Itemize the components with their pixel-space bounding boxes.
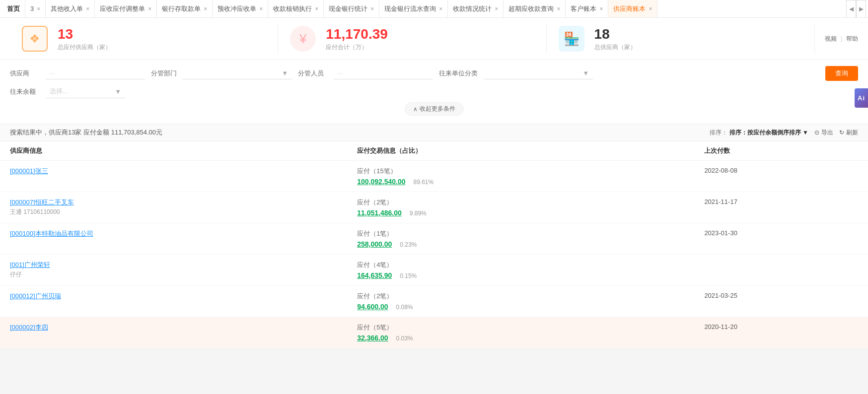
ai-badge[interactable]: Ai <box>855 88 868 108</box>
nav-tab-advance-ar[interactable]: 预收冲应收单 × <box>213 0 268 18</box>
ap-total-icon: ¥ <box>288 24 318 54</box>
tx-pct: 9.89% <box>410 210 427 217</box>
tx-amount-row: 258,000.000.23% <box>357 240 684 248</box>
close-icon[interactable]: × <box>86 5 89 12</box>
supplier-link[interactable]: [000001]张三 <box>10 167 48 175</box>
supplier-link[interactable]: [000100]本特勒油品有限公司 <box>10 230 93 237</box>
tx-amount[interactable]: 258,000.00 <box>357 240 392 248</box>
tx-amount-row: 11,051,486.009.89% <box>357 209 684 217</box>
last-pay-cell: 2023-01-30 <box>694 223 868 255</box>
last-pay-cell: 2021-11-17 <box>694 192 868 223</box>
collapse-button[interactable]: ∧ 收起更多条件 <box>405 102 464 116</box>
collapse-area: ∧ 收起更多条件 <box>10 102 858 116</box>
nav-tab-overdue-ar[interactable]: 超期应收款查询 × <box>504 0 566 18</box>
collapse-label: 收起更多条件 <box>420 105 455 113</box>
video-link[interactable]: 视频 <box>825 35 837 43</box>
table-header-row: 供应商信息 应付交易信息（占比） 上次付数 <box>0 141 868 161</box>
supplier-link[interactable]: [001]广州荣轩 <box>10 261 50 268</box>
supplier-info-cell: [000012]广州贝瑞 <box>0 286 347 317</box>
nav-tab-3[interactable]: 3 × <box>25 0 46 18</box>
chevron-up-icon: ∧ <box>413 106 418 113</box>
supplier-link[interactable]: [000007]恒旺二手叉车 <box>10 198 74 206</box>
close-icon[interactable]: × <box>259 5 263 12</box>
tx-amount[interactable]: 100,092,540.00 <box>357 178 405 186</box>
table-row: [000012]广州贝瑞应付（2笔）94,600.000.08%2021-03-… <box>0 286 868 317</box>
nav-tab-customer-ledger[interactable]: 客户账本 × <box>566 0 608 18</box>
nav-tab-cash-flow-query-label: 现金银行流水查询 <box>384 4 436 13</box>
help-link[interactable]: 帮助 <box>846 35 858 43</box>
category-filter-label: 往来单位分类 <box>439 69 478 78</box>
nav-tab-customer-ledger-label: 客户账本 <box>571 4 596 13</box>
nav-tab-receipt-stat[interactable]: 收款情况统计 × <box>448 0 504 18</box>
nav-tab-cash-flow-query[interactable]: 现金银行流水查询 × <box>379 0 448 18</box>
nav-prev-button[interactable]: ◀ <box>846 0 856 18</box>
stat-total-suppliers-label: 总供应商（家） <box>594 43 804 52</box>
close-icon[interactable]: × <box>495 5 498 12</box>
tx-label: 应付（2笔） <box>357 292 684 301</box>
balance-filter-select[interactable]: 选择... ▼ <box>46 85 125 98</box>
supplier-info-cell: [000001]张三 <box>0 161 347 192</box>
nav-tab-bank-deposit[interactable]: 银行存取款单 × <box>157 0 213 18</box>
supplier-filter-input[interactable]: ··· <box>46 67 145 79</box>
divider: | <box>841 35 842 42</box>
close-icon[interactable]: × <box>599 5 603 12</box>
nav-tab-home[interactable]: 首页 <box>2 0 25 18</box>
supplier-sub-info: 王通 17106110000 <box>10 208 337 216</box>
close-icon[interactable]: × <box>370 5 374 12</box>
close-icon[interactable]: × <box>557 5 560 12</box>
table-row: [000002]李四应付（5笔）32,366.000.03%2020-11-20 <box>0 317 868 348</box>
refresh-button[interactable]: ↻ 刷新 <box>839 129 858 137</box>
category-filter-select[interactable]: ▼ <box>484 67 593 79</box>
nav-next-button[interactable]: ▶ <box>856 0 866 18</box>
stat-total-suppliers-ap: 13 总应付供应商（家） <box>10 24 278 54</box>
dept-filter-label: 分管部门 <box>151 69 177 78</box>
query-button[interactable]: 查询 <box>825 66 858 81</box>
stats-bar: 13 总应付供应商（家） ¥ 11,170.39 应付合计（万） 🏪 18 总供… <box>0 18 868 60</box>
supplier-input-dots: ··· <box>50 69 55 77</box>
nav-tab-cash-bank-stat-label: 现金银行统计 <box>329 4 367 13</box>
close-icon[interactable]: × <box>315 5 318 12</box>
top-right-links: 视频 | 帮助 <box>815 35 858 43</box>
close-icon[interactable]: × <box>204 5 207 12</box>
filter-row-1: 供应商 ··· 分管部门 ▼ 分管人员 ··· 往来单位分类 ▼ 查询 <box>10 66 858 81</box>
export-button[interactable]: ⊙ 导出 <box>814 129 833 137</box>
nav-tab-ar-ap-adjust[interactable]: 应收应付调整单 × <box>95 0 157 18</box>
tx-amount[interactable]: 11,051,486.00 <box>357 209 402 217</box>
col-header-last-pay: 上次付数 <box>694 141 868 161</box>
supplier-link[interactable]: [000012]广州贝瑞 <box>10 292 61 300</box>
tx-amount-row: 100,092,540.0089.61% <box>357 178 684 186</box>
table-body: [000001]张三应付（15笔）100,092,540.0089.61%202… <box>0 161 868 348</box>
sort-value[interactable]: 排序：按应付余额倒序排序 ▼ <box>729 129 808 136</box>
dept-filter-select[interactable]: ▼ <box>183 67 292 79</box>
nav-tab-receipt-verify[interactable]: 收款核销执行 × <box>268 0 324 18</box>
tx-label: 应付（5笔） <box>357 323 684 332</box>
close-icon[interactable]: × <box>37 5 40 12</box>
supplier-info-cell: [000100]本特勒油品有限公司 <box>0 223 347 255</box>
filter-area: 供应商 ··· 分管部门 ▼ 分管人员 ··· 往来单位分类 ▼ 查询 往来余额… <box>0 60 868 124</box>
person-input-dots: ··· <box>338 69 343 77</box>
export-icon: ⊙ <box>814 129 819 136</box>
close-icon[interactable]: × <box>649 5 652 12</box>
tx-amount[interactable]: 94,600.00 <box>357 303 388 311</box>
tx-amount[interactable]: 32,366.00 <box>357 334 388 342</box>
tx-amount-row: 32,366.000.03% <box>357 334 684 342</box>
nav-tab-advance-ar-label: 预收冲应收单 <box>217 4 256 13</box>
nav-tab-supplier-ledger[interactable]: 供应商账本 × <box>608 0 657 18</box>
top-navigation: 首页 3 × 其他收入单 × 应收应付调整单 × 银行存取款单 × 预收冲应收单… <box>0 0 868 18</box>
balance-placeholder: 选择... <box>50 87 68 96</box>
close-icon[interactable]: × <box>439 5 442 12</box>
chevron-down-icon-2: ▼ <box>582 69 589 77</box>
supplier-link[interactable]: [000002]李四 <box>10 324 48 331</box>
person-filter-label: 分管人员 <box>298 69 328 78</box>
tx-amount[interactable]: 164,635.90 <box>357 271 392 279</box>
result-bar-right: 排序： 排序：按应付余额倒序排序 ▼ ⊙ 导出 ↻ 刷新 <box>710 129 858 137</box>
supplier-table: 供应商信息 应付交易信息（占比） 上次付数 [000001]张三应付（15笔）1… <box>0 141 868 348</box>
stat-ap-total-number: 11,170.39 <box>326 26 536 43</box>
nav-tab-other-income[interactable]: 其他收入单 × <box>46 0 95 18</box>
tx-label: 应付（1笔） <box>357 229 684 238</box>
last-pay-cell <box>694 255 868 286</box>
close-icon[interactable]: × <box>148 5 151 12</box>
person-filter-input[interactable]: ··· <box>334 67 433 79</box>
nav-tab-cash-bank-stat[interactable]: 现金银行统计 × <box>324 0 379 18</box>
result-bar: 搜索结果中，供应商13家 应付金额 111,703,854.00元 排序： 排序… <box>0 124 868 141</box>
